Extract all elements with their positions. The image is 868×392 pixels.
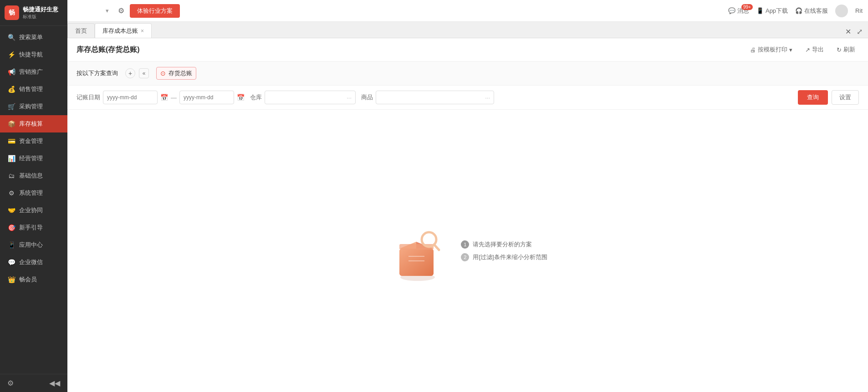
expand-panel-btn[interactable]: ⤢	[855, 25, 864, 38]
print-icon: 🖨	[750, 46, 756, 53]
sidebar-item-app-center[interactable]: 📱 应用中心	[0, 236, 67, 254]
nav-label-cooperation: 企业协同	[19, 206, 43, 214]
product-more-icon[interactable]: ···	[485, 94, 490, 101]
empty-tips: 1 请先选择要分析的方案 2 用[过滤]条件来缩小分析范围	[461, 240, 547, 261]
nav-label-wechat: 企业微信	[19, 258, 43, 266]
nav-icon-search-menu: 🔍	[7, 33, 15, 41]
topbar-selector-text	[77, 7, 104, 15]
logo-text: 畅捷通好生意 标准版	[23, 6, 58, 20]
refresh-btn[interactable]: ↻ 刷新	[833, 44, 859, 56]
nav-icon-guide: 🎯	[7, 224, 15, 232]
username-label: Rit	[855, 7, 863, 14]
date-label: 记账日期	[77, 93, 100, 102]
tip-item-1: 1 请先选择要分析的方案	[461, 240, 547, 249]
sidebar-item-finance[interactable]: 💳 资金管理	[0, 132, 67, 150]
export-btn[interactable]: ↗ 导出	[802, 44, 827, 56]
sidebar-item-cooperation[interactable]: 🤝 企业协同	[0, 202, 67, 219]
settings-icon[interactable]: ⚙	[116, 5, 126, 17]
page-header: 库存总账(存货总账) 🖨 按模板打印 ▾ ↗ 导出 ↻ 刷新	[67, 38, 868, 61]
tip-text-2: 用[过滤]条件来缩小分析范围	[473, 253, 547, 261]
sidebar-item-sales[interactable]: 💰 销售管理	[0, 81, 67, 98]
sidebar-item-system[interactable]: ⚙ 系统管理	[0, 184, 67, 202]
nav-icon-marketing: 📢	[7, 68, 15, 76]
nav-icon-wechat: 💬	[7, 258, 15, 266]
filter-action-btns: 查询 设置	[798, 90, 859, 105]
nav-icon-quick-nav: ⚡	[7, 51, 15, 59]
nav-label-sales: 销售管理	[19, 85, 43, 93]
sidebar-item-guide[interactable]: 🎯 新手引导	[0, 219, 67, 236]
filter-add-btn[interactable]: +	[125, 68, 135, 78]
nav-icon-cooperation: 🤝	[7, 206, 15, 214]
industry-btn[interactable]: 体验行业方案	[130, 4, 180, 18]
sidebar-item-operations[interactable]: 📊 经营管理	[0, 150, 67, 167]
tab-inventory-ledger[interactable]: 库存成本总账 ×	[95, 23, 152, 38]
sidebar-bottom: ⚙ ◀◀	[0, 374, 67, 392]
product-filter-field: 商品 ···	[361, 91, 494, 104]
sidebar-item-inventory[interactable]: 📦 库存核算	[0, 115, 67, 132]
tabs-bar: 首页 库存成本总账 × ✕ ⤢	[67, 22, 868, 38]
calendar-start-icon[interactable]: 📅	[160, 94, 168, 101]
tip-text-1: 请先选择要分析的方案	[473, 240, 532, 249]
scheme-label: 存货总账	[168, 69, 192, 77]
product-select[interactable]: ···	[376, 91, 494, 104]
phone-icon: 📱	[756, 7, 764, 14]
filter-settings-btn[interactable]: 设置	[832, 90, 859, 105]
sidebar: 畅 畅捷通好生意 标准版 🔍 搜索菜单 ⚡ 快捷导航 📢 营销推广 💰 销售管理…	[0, 0, 67, 392]
close-panel-btn[interactable]: ✕	[843, 25, 853, 38]
sidebar-item-purchase[interactable]: 🛒 采购管理	[0, 98, 67, 115]
svg-line-5	[434, 244, 439, 250]
nav-icon-system: ⚙	[7, 189, 15, 197]
nav-label-quick-nav: 快捷导航	[19, 51, 43, 59]
warehouse-more-icon[interactable]: ···	[347, 94, 352, 101]
nav-label-purchase: 采购管理	[19, 102, 43, 111]
filter-collapse-btn[interactable]: «	[139, 68, 149, 78]
chevron-down-icon: ▾	[106, 7, 109, 14]
nav-icon-app-center: 📱	[7, 241, 15, 249]
topbar: ▾ ⚙ 体验行业方案 💬 消息 99+ 📱 App下载 🎧 在线客服 Rit	[67, 0, 868, 22]
topbar-selector[interactable]: ▾	[73, 5, 112, 16]
nav-label-inventory: 库存核算	[19, 120, 43, 128]
headset-icon: 🎧	[795, 7, 802, 14]
filter-label: 按以下方案查询	[77, 69, 118, 77]
sidebar-item-quick-nav[interactable]: ⚡ 快捷导航	[0, 46, 67, 63]
warehouse-select[interactable]: ···	[265, 91, 356, 104]
tab-close-icon[interactable]: ×	[141, 28, 144, 34]
page-title: 库存总账(存货总账)	[77, 45, 140, 55]
app-download-btn[interactable]: 📱 App下载	[756, 7, 788, 15]
home-tab-label: 首页	[75, 27, 87, 35]
date-start-input[interactable]	[103, 91, 158, 104]
filter-scheme-item[interactable]: ⊙ 存货总账	[156, 67, 196, 80]
svg-rect-2	[399, 249, 434, 276]
user-avatar[interactable]	[835, 5, 848, 17]
empty-state: 1 请先选择要分析的方案 2 用[过滤]条件来缩小分析范围	[67, 110, 868, 392]
sidebar-item-marketing[interactable]: 📢 营销推广	[0, 63, 67, 81]
empty-illustration	[388, 224, 443, 278]
search-btn[interactable]: 查询	[798, 90, 828, 105]
nav-icon-operations: 📊	[7, 154, 15, 163]
message-badge: 99+	[741, 4, 753, 10]
online-service-btn[interactable]: 🎧 在线客服	[795, 7, 828, 15]
page-actions: 🖨 按模板打印 ▾ ↗ 导出 ↻ 刷新	[746, 44, 859, 56]
sidebar-item-wechat[interactable]: 💬 企业微信	[0, 254, 67, 271]
nav-icon-purchase: 🛒	[7, 102, 15, 111]
main-area: ▾ ⚙ 体验行业方案 💬 消息 99+ 📱 App下载 🎧 在线客服 Rit	[67, 0, 868, 392]
content-area: 库存总账(存货总账) 🖨 按模板打印 ▾ ↗ 导出 ↻ 刷新 按以下方案查询	[67, 38, 868, 392]
collapse-bottom-icon[interactable]: ◀◀	[49, 379, 60, 387]
filter-area: 按以下方案查询 + « ⊙ 存货总账	[67, 61, 868, 86]
date-end-input[interactable]	[179, 91, 234, 104]
sidebar-logo: 畅 畅捷通好生意 标准版	[0, 0, 67, 26]
message-btn[interactable]: 💬 消息 99+	[728, 7, 749, 15]
sidebar-nav: 🔍 搜索菜单 ⚡ 快捷导航 📢 营销推广 💰 销售管理 🛒 采购管理 📦 库存核…	[0, 26, 67, 374]
sidebar-item-basic-info[interactable]: 🗂 基础信息	[0, 167, 67, 184]
sidebar-item-search-menu[interactable]: 🔍 搜索菜单	[0, 29, 67, 46]
print-dropdown-icon: ▾	[789, 46, 792, 53]
calendar-end-icon[interactable]: 📅	[237, 94, 245, 101]
print-btn[interactable]: 🖨 按模板打印 ▾	[746, 44, 796, 56]
warehouse-label: 仓库	[250, 93, 262, 102]
message-icon: 💬	[728, 7, 735, 14]
tab-home[interactable]: 首页	[67, 23, 95, 38]
warehouse-filter-field: 仓库 ···	[250, 91, 356, 104]
settings-bottom-icon[interactable]: ⚙	[7, 379, 14, 387]
nav-icon-finance: 💳	[7, 137, 15, 145]
sidebar-item-member[interactable]: 👑 畅会员	[0, 271, 67, 288]
